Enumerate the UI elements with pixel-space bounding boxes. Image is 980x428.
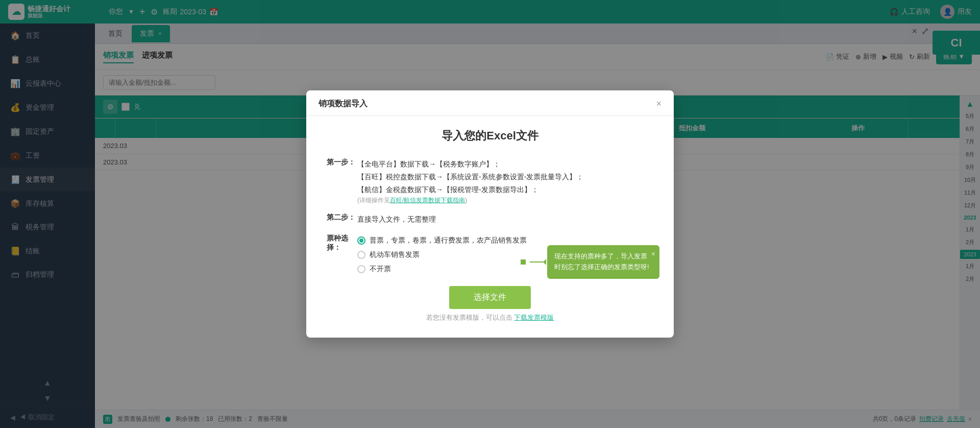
step-1-line-3: 【航信】金税盘数据下载→【报税管理-发票数据导出】； — [357, 183, 583, 196]
modal-footer: 若您没有发票模版，可以点击 下载发票模版 — [327, 313, 653, 322]
step-2-flex: 第二步： 直接导入文件，无需整理 — [327, 213, 653, 226]
radio-circle-3[interactable] — [357, 265, 365, 273]
radio-label-2: 机动车销售发票 — [370, 250, 420, 259]
step-1-line-1: 【全电平台】数据下载→【税务数字账户】； — [357, 158, 583, 171]
step-2-row: 第二步： 直接导入文件，无需整理 — [327, 213, 653, 226]
select-file-btn[interactable]: 选择文件 — [449, 286, 531, 309]
ticket-flex: 票种选择： 普票，专票，卷票，通行费发票，农产品销售发票 机动车销售发票 — [327, 234, 653, 274]
footer-text: 若您没有发票模版，可以点击 — [426, 314, 512, 321]
modal-main-title: 导入您的Excel文件 — [327, 128, 653, 144]
radio-circle-1[interactable] — [357, 236, 365, 245]
radio-item-2[interactable]: 机动车销售发票 × 现在支持的票种多了，导入发票时别忘了选择正确的发票类型呀! — [357, 250, 527, 259]
step-1-content: 【全电平台】数据下载→【税务数字账户】； 【百旺】税控盘数据下载→【系统设置-系… — [357, 158, 583, 197]
radio-item-1[interactable]: 普票，专票，卷票，通行费发票，农产品销售发票 — [357, 236, 527, 245]
step-1-label: 第一步： — [327, 158, 357, 167]
guide-link[interactable]: 百旺/航信发票数据下载指南 — [390, 197, 465, 204]
step-1-line-2: 【百旺】税控盘数据下载→【系统设置-系统参数设置-发票批量导入】； — [357, 171, 583, 183]
modal-close-btn[interactable]: × — [656, 99, 662, 108]
step-1-note: (详细操作见百旺/航信发票数据下载指南) — [327, 196, 653, 205]
radio-item-3[interactable]: 不开票 — [357, 265, 527, 274]
import-modal: 销项数据导入 × 导入您的Excel文件 第一步： 【全电平台】数据下载→【税务… — [306, 90, 674, 338]
tooltip-close-btn[interactable]: × — [651, 248, 655, 259]
tooltip-text: 现在支持的票种多了，导入发票时别忘了选择正确的发票类型呀! — [554, 252, 649, 271]
modal-overlay: 销项数据导入 × 导入您的Excel文件 第一步： 【全电平台】数据下载→【税务… — [0, 0, 980, 428]
radio-label-1: 普票，专票，卷票，通行费发票，农产品销售发票 — [370, 236, 527, 245]
radio-label-3: 不开票 — [370, 265, 391, 274]
tooltip-bubble: × 现在支持的票种多了，导入发票时别忘了选择正确的发票类型呀! — [547, 245, 659, 279]
step-1-row: 第一步： 【全电平台】数据下载→【税务数字账户】； 【百旺】税控盘数据下载→【系… — [327, 158, 653, 205]
download-template-link[interactable]: 下载发票模版 — [514, 314, 554, 321]
tooltip-dot — [521, 259, 526, 265]
ticket-label: 票种选择： — [327, 234, 357, 252]
step-1-flex: 第一步： 【全电平台】数据下载→【税务数字账户】； 【百旺】税控盘数据下载→【系… — [327, 158, 653, 197]
radio-group: 普票，专票，卷票，通行费发票，农产品销售发票 机动车销售发票 — [357, 236, 527, 274]
step-2-label: 第二步： — [327, 213, 357, 222]
tooltip-container: × 现在支持的票种多了，导入发票时别忘了选择正确的发票类型呀! — [521, 245, 659, 279]
modal-header: 销项数据导入 × — [306, 90, 674, 116]
step-2-content: 直接导入文件，无需整理 — [357, 213, 436, 226]
radio-circle-2[interactable] — [357, 251, 365, 259]
modal-title: 销项数据导入 — [318, 99, 368, 109]
ticket-row: 票种选择： 普票，专票，卷票，通行费发票，农产品销售发票 机动车销售发票 — [327, 234, 653, 274]
modal-body: 导入您的Excel文件 第一步： 【全电平台】数据下载→【税务数字账户】； 【百… — [306, 116, 674, 338]
